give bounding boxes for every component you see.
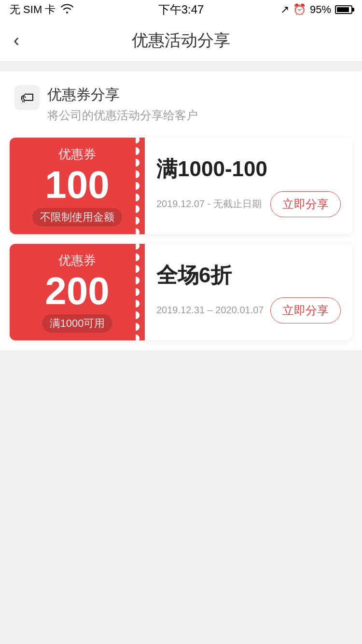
coupon-name-1: 满1000-100 <box>156 155 341 183</box>
back-button[interactable]: ‹ <box>14 30 19 51</box>
status-time: 下午3:47 <box>158 2 204 17</box>
section-title: 优惠券分享 <box>47 85 198 105</box>
alarm-icon: ⏰ <box>293 3 306 16</box>
coupon-bottom-1: 2019.12.07 - 无截止日期 立即分享 <box>156 191 341 217</box>
share-button-2[interactable]: 立即分享 <box>270 297 341 323</box>
coupon-label-2: 优惠券 <box>58 252 96 269</box>
share-button-1[interactable]: 立即分享 <box>270 191 341 217</box>
coupon-left-2: 优惠券 200 满1000可用 <box>10 244 145 340</box>
coupon-condition-2: 满1000可用 <box>42 314 113 333</box>
wifi-icon <box>60 3 74 16</box>
battery-pct: 95% <box>310 3 331 16</box>
section-header: 🏷 优惠券分享 将公司的优惠活动分享给客户 <box>0 71 362 133</box>
coupon-date-2: 2019.12.31 – 2020.01.07 <box>156 305 265 316</box>
battery-icon <box>335 5 352 14</box>
nav-bar: ‹ 优惠活动分享 <box>0 19 362 62</box>
coupon-value-2: 200 <box>45 272 109 310</box>
status-left: 无 SIM 卡 <box>10 2 74 17</box>
coupon-condition-1: 不限制使用金额 <box>32 208 122 226</box>
status-right: ↗ ⏰ 95% <box>280 3 352 16</box>
location-icon: ↗ <box>280 3 289 16</box>
coupon-card-1: 优惠券 100 不限制使用金额 满1000-100 2019.12.07 - 无… <box>10 138 352 234</box>
carrier-text: 无 SIM 卡 <box>10 2 56 17</box>
coupon-left-1: 优惠券 100 不限制使用金额 <box>10 138 145 234</box>
coupon-card-2: 优惠券 200 满1000可用 全场6折 2019.12.31 – 2020.0… <box>10 244 352 340</box>
coupon-right-1: 满1000-100 2019.12.07 - 无截止日期 立即分享 <box>145 138 352 234</box>
coupon-name-2: 全场6折 <box>156 261 341 290</box>
section-text: 优惠券分享 将公司的优惠活动分享给客户 <box>47 85 198 123</box>
coupon-date-1: 2019.12.07 - 无截止日期 <box>156 197 265 210</box>
status-bar: 无 SIM 卡 下午3:47 ↗ ⏰ 95% <box>0 0 362 19</box>
bottom-background <box>0 350 362 640</box>
section-icon: 🏷 <box>14 85 40 110</box>
page-title: 优惠活动分享 <box>132 29 230 52</box>
coupon-list: 优惠券 100 不限制使用金额 满1000-100 2019.12.07 - 无… <box>0 133 362 350</box>
coupon-right-2: 全场6折 2019.12.31 – 2020.01.07 立即分享 <box>145 244 352 340</box>
coupon-bottom-2: 2019.12.31 – 2020.01.07 立即分享 <box>156 297 341 323</box>
section-subtitle: 将公司的优惠活动分享给客户 <box>47 108 198 123</box>
top-divider <box>0 62 362 71</box>
coupon-label-1: 优惠券 <box>58 146 96 163</box>
coupon-value-1: 100 <box>45 166 109 204</box>
